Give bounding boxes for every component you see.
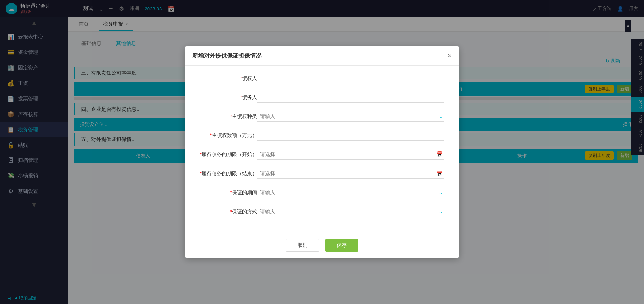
debt-amount-input[interactable] xyxy=(257,130,444,141)
calendar-start-icon[interactable]: 📅 xyxy=(436,151,444,158)
calendar-end-icon[interactable]: 📅 xyxy=(436,170,444,177)
guarantee-method-arrow-icon[interactable]: ⌄ xyxy=(439,209,444,214)
debt-amount-label: *主债权数额（万元） xyxy=(200,132,257,139)
guarantee-period-wrapper: ⌄ xyxy=(257,187,444,198)
guarantee-period-label: *保证的期间 xyxy=(200,190,257,196)
dialog-title: 新增对外提供保证担保情况 xyxy=(192,52,261,60)
dialog-close-btn[interactable]: × xyxy=(448,52,452,60)
form-row-period-start: *履行债务的期限（开始） 📅 xyxy=(200,149,444,160)
dialog: 新增对外提供保证担保情况 × *债权人 *债务人 *主债权种类 xyxy=(185,46,459,258)
cancel-button[interactable]: 取消 xyxy=(286,239,319,252)
period-start-wrapper: 📅 xyxy=(257,149,444,160)
required-star-4: * xyxy=(210,132,212,138)
save-button[interactable]: 保存 xyxy=(325,239,358,252)
form-row-debtor: *债务人 xyxy=(200,92,444,103)
required-star-8: * xyxy=(230,209,232,214)
debtor-input[interactable] xyxy=(257,92,444,103)
creditor-label: *债权人 xyxy=(200,75,257,82)
guarantee-method-label: *保证的方式 xyxy=(200,209,257,215)
form-row-creditor: *债权人 xyxy=(200,73,444,83)
form-row-guarantee-period: *保证的期间 ⌄ xyxy=(200,187,444,198)
period-end-wrapper: 📅 xyxy=(257,168,444,179)
guarantee-period-input[interactable] xyxy=(257,187,439,198)
debt-type-arrow-icon[interactable]: ⌄ xyxy=(439,113,444,119)
dialog-overlay: 新增对外提供保证担保情况 × *债权人 *债务人 *主债权种类 xyxy=(0,0,644,304)
period-end-label: *履行债务的期限（结束） xyxy=(200,171,257,177)
guarantee-method-wrapper: ⌄ xyxy=(257,207,444,217)
debtor-label: *债务人 xyxy=(200,94,257,101)
period-start-input[interactable] xyxy=(257,149,436,159)
dialog-header: 新增对外提供保证担保情况 × xyxy=(185,46,459,66)
required-star-5: * xyxy=(200,151,202,157)
guarantee-period-arrow-icon[interactable]: ⌄ xyxy=(439,190,444,195)
form-row-period-end: *履行债务的期限（结束） 📅 xyxy=(200,168,444,179)
required-star-6: * xyxy=(200,171,202,176)
form-row-guarantee-method: *保证的方式 ⌄ xyxy=(200,207,444,217)
guarantee-method-input[interactable] xyxy=(257,207,439,217)
debt-type-input[interactable] xyxy=(257,111,439,121)
period-start-label: *履行债务的期限（开始） xyxy=(200,151,257,158)
debt-type-label: *主债权种类 xyxy=(200,113,257,120)
required-star-7: * xyxy=(230,190,232,195)
form-row-debt-amount: *主债权数额（万元） xyxy=(200,130,444,141)
required-star-2: * xyxy=(240,94,242,100)
debt-type-wrapper: ⌄ xyxy=(257,111,444,122)
required-star-3: * xyxy=(230,113,232,119)
creditor-input[interactable] xyxy=(257,73,444,83)
dialog-footer: 取消 保存 xyxy=(185,233,459,258)
required-star: * xyxy=(240,75,242,81)
dialog-body: *债权人 *债务人 *主债权种类 ⌄ xyxy=(185,66,459,233)
form-row-debt-type: *主债权种类 ⌄ xyxy=(200,111,444,122)
period-end-input[interactable] xyxy=(257,168,436,178)
